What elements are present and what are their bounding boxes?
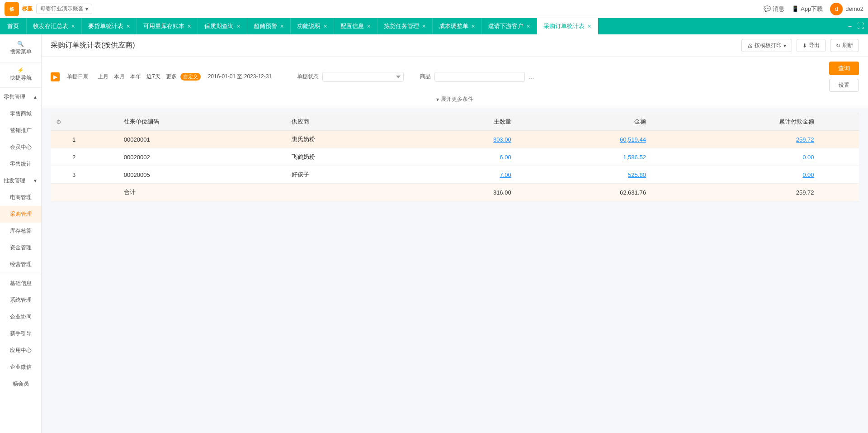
footer-supplier <box>286 184 411 201</box>
newguide-label: 新手引导 <box>10 330 32 338</box>
page-header: 采购订单统计表(按供应商) 🖨 按模板打印 ▾ ⬇ 导出 ↻ 刷新 <box>42 34 868 57</box>
close-icon[interactable]: ✕ <box>280 24 284 29</box>
user-area[interactable]: d demo2 <box>830 3 863 15</box>
filter-expand-row: ▾ 展开更多条件 <box>51 92 859 103</box>
table-row[interactable]: 1 00020001 惠氏奶粉 303.00 60,519.44 259.72 <box>51 131 859 148</box>
goods-input-more-icon[interactable]: … <box>528 73 534 80</box>
top-bar-left: 畅 标赢 母婴行业演示账套 ▾ <box>5 2 92 16</box>
settings-col-icon[interactable]: ⚙ <box>56 119 61 125</box>
nav-minimize-icon[interactable]: － <box>846 22 854 31</box>
user-name: demo2 <box>845 5 863 12</box>
row-unit-code: 00020001 <box>118 131 287 148</box>
date-more-button[interactable]: 更多 <box>164 72 179 81</box>
close-icon[interactable]: ✕ <box>71 24 75 29</box>
close-icon[interactable]: ✕ <box>126 24 130 29</box>
chevron-up-icon: ▲ <box>33 95 38 100</box>
sidebar-item-member[interactable]: 会员中心 <box>0 139 41 156</box>
close-icon[interactable]: ✕ <box>471 24 475 29</box>
close-icon[interactable]: ✕ <box>236 24 241 29</box>
settings-button[interactable]: 设置 <box>829 79 859 92</box>
sidebar-item-basic[interactable]: 基础信息 <box>0 275 41 292</box>
status-filter-label: 单据状态 <box>297 73 319 81</box>
tab-home[interactable]: 首页 <box>0 18 27 34</box>
nav-maximize-icon[interactable]: ⛶ <box>857 22 864 30</box>
status-filter-select[interactable] <box>322 72 404 82</box>
close-icon[interactable]: ✕ <box>526 24 530 29</box>
close-icon[interactable]: ✕ <box>187 24 191 29</box>
status-filter-area: 单据状态 <box>297 72 404 82</box>
tab-keyongliang[interactable]: 可用量库存账本 ✕ <box>137 18 198 34</box>
footer-extra <box>820 184 859 201</box>
search-menu-button[interactable]: 🔍 搜索菜单 <box>3 38 38 58</box>
export-button[interactable]: ⬇ 导出 <box>797 39 826 52</box>
workspace-selector[interactable]: 母婴行业演示账套 ▾ <box>36 4 92 14</box>
row-supplier: 飞鹤奶粉 <box>286 148 411 166</box>
row-extra <box>820 148 859 166</box>
app-download-button[interactable]: 📱 App下载 <box>792 5 823 13</box>
sidebar-item-wholesale[interactable]: 批发管理 ▼ <box>0 172 41 189</box>
sidebar-item-purchase[interactable]: 采购管理 <box>0 206 41 223</box>
sidebar-item-marketing[interactable]: 营销推广 <box>0 122 41 139</box>
sidebar-item-retail-stats[interactable]: 零售统计 <box>0 156 41 172</box>
sidebar-item-ecommerce[interactable]: 电商管理 <box>0 189 41 206</box>
operation-label: 经营管理 <box>10 261 32 268</box>
refresh-button[interactable]: ↻ 刷新 <box>830 39 859 52</box>
table-row[interactable]: 2 00020002 飞鹤奶粉 6.00 1,586.52 0.00 <box>51 148 859 166</box>
sidebar-item-stock[interactable]: 库存核算 <box>0 223 41 239</box>
date-last-month-button[interactable]: 上月 <box>96 72 110 81</box>
row-unit-code: 00020002 <box>118 148 287 166</box>
tab-shoufahuizong[interactable]: 收发存汇总表 ✕ <box>27 18 82 34</box>
quicknav-icon: ⚡ <box>17 67 24 73</box>
tab-peizhi[interactable]: 配置信息 ✕ <box>334 18 377 34</box>
close-icon[interactable]: ✕ <box>422 24 426 29</box>
sidebar-item-retail-mall[interactable]: 零售商城 <box>0 105 41 122</box>
sidebar-item-finance[interactable]: 资金管理 <box>0 239 41 256</box>
sidebar-item-enterprise[interactable]: 企业协同 <box>0 309 41 325</box>
purchase-label: 采购管理 <box>10 210 32 218</box>
sidebar-item-operation[interactable]: 经营管理 <box>0 256 41 273</box>
print-button[interactable]: 🖨 按模板打印 ▾ <box>741 39 792 52</box>
tab-chengben[interactable]: 成本调整单 ✕ <box>433 18 482 34</box>
sidebar-item-retail[interactable]: 零售管理 ▲ <box>0 89 41 105</box>
sidebar-item-quicknav[interactable]: ⚡ 快捷导航 <box>0 62 41 86</box>
goods-filter-input[interactable] <box>434 72 525 82</box>
enterprise-label: 企业协同 <box>10 313 32 321</box>
sidebar-item-corpwx[interactable]: 企业微信 <box>0 359 41 376</box>
date-custom-badge[interactable]: 自定义 <box>180 73 201 81</box>
system-label: 系统管理 <box>10 296 32 304</box>
tab-chaochu[interactable]: 超储预警 ✕ <box>247 18 291 34</box>
filter-toggle-button[interactable]: ▶ <box>51 72 60 81</box>
tab-caigou[interactable]: 采购订单统计表 ✕ <box>537 18 598 34</box>
close-icon[interactable]: ✕ <box>587 24 591 29</box>
row-amount: 1,586.52 <box>517 148 651 166</box>
workspace-label: 母婴行业演示账套 <box>40 5 84 13</box>
date-this-year-button[interactable]: 本年 <box>128 72 143 81</box>
sidebar-item-newguide[interactable]: 新手引导 <box>0 325 41 342</box>
tab-yaoqing[interactable]: 邀请下游客户 ✕ <box>482 18 537 34</box>
table-row[interactable]: 3 00020005 好孩子 7.00 525.80 0.00 <box>51 166 859 184</box>
col-amount: 金额 <box>517 113 651 131</box>
tab-gongneng[interactable]: 功能说明 ✕ <box>291 18 334 34</box>
expand-more-button[interactable]: ▾ 展开更多条件 <box>436 95 473 103</box>
sidebar-item-system[interactable]: 系统管理 <box>0 292 41 309</box>
refresh-icon: ↻ <box>836 43 840 49</box>
col-paid-amount: 累计付款金额 <box>651 113 820 131</box>
tab-baozhouqi[interactable]: 保质期查询 ✕ <box>198 18 247 34</box>
message-button[interactable]: 💬 消息 <box>764 5 784 13</box>
tab-yaohuo[interactable]: 要货单统计表 ✕ <box>82 18 137 34</box>
footer-paid-amount: 259.72 <box>651 184 820 201</box>
close-icon[interactable]: ✕ <box>367 24 371 29</box>
stock-label: 库存核算 <box>10 227 32 235</box>
retail-label: 零售管理 <box>4 93 25 101</box>
sidebar-item-vip[interactable]: 畅会员 <box>0 376 41 392</box>
sidebar-item-appcenter[interactable]: 应用中心 <box>0 342 41 359</box>
close-icon[interactable]: ✕ <box>323 24 327 29</box>
row-qty: 303.00 <box>411 131 516 148</box>
date-7days-button[interactable]: 近7天 <box>145 72 162 81</box>
col-supplier: 供应商 <box>286 113 411 131</box>
table-header-row: ⚙ 往来单位编码 供应商 主数量 金额 累计付款金额 <box>51 113 859 131</box>
tab-peihuorenwu[interactable]: 拣货任务管理 ✕ <box>377 18 433 34</box>
query-button[interactable]: 查询 <box>829 62 859 75</box>
date-this-month-button[interactable]: 本月 <box>112 72 127 81</box>
footer-index <box>67 184 118 201</box>
